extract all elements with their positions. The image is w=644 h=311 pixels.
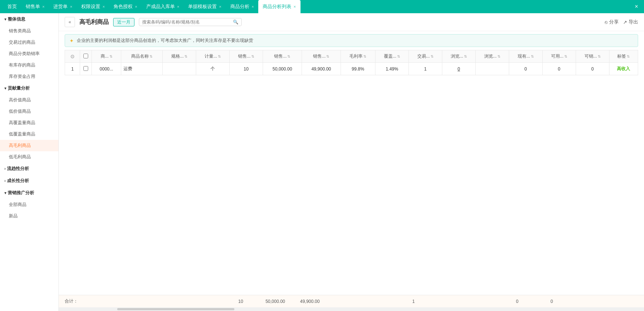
window-close-button[interactable]: × [632,3,641,10]
th-sellable[interactable]: 可销... ⇅ [576,50,609,63]
th-available[interactable]: 可用... ⇅ [542,50,576,63]
sidebar-group-marketing[interactable]: ▾ 营销推广分析 [0,187,58,199]
footer-sales-amount: 50,000.00 [258,299,292,304]
th-coverage[interactable]: 覆盖... ⇅ [375,50,409,63]
cell-sales-qty: 10 [230,63,263,75]
tab-role-auth[interactable]: 角色授权 × [109,0,141,13]
sidebar-item-sales-goods[interactable]: 销售类商品 [0,25,58,37]
chevron-down-icon: ▾ [4,17,6,21]
close-icon[interactable]: × [42,4,44,9]
sidebar-group-growth[interactable]: › 成长性分析 [0,175,58,187]
cell-current: 0 [509,63,542,75]
select-all-checkbox[interactable] [83,54,88,58]
tab-home[interactable]: 首页 [3,0,21,13]
close-icon[interactable]: × [219,4,221,9]
sidebar-item-low-coverage[interactable]: 低覆盖量商品 [0,129,58,140]
sidebar-item-stock-capital[interactable]: 库存资金占用 [0,71,58,82]
table-container[interactable]: ⚙ 商... ⇅ 商品名称 [59,50,644,295]
scrollbar-thumb[interactable] [117,308,234,310]
info-banner: ✦ 企业的主要的利润都是这部分商品创造的，可考虑加大推广，同时关注库存是不要出现… [65,34,638,47]
cell-browse1[interactable]: 0 [442,63,475,75]
sort-icon: ⇅ [109,54,112,58]
sidebar-item-low-value[interactable]: 低价值商品 [0,106,58,117]
cell-index: 1 [65,63,80,75]
th-code[interactable]: 商... ⇅ [92,50,121,63]
cell-sales-amount: 50,000.00 [263,63,302,75]
sidebar-item-all-goods[interactable]: 全部商品 [0,199,58,210]
tab-product-analysis-list[interactable]: 商品分析列表 × [258,0,300,13]
sidebar-item-high-coverage[interactable]: 高覆盖量商品 [0,117,58,129]
th-gross-rate[interactable]: 毛利率 ⇅ [341,50,375,63]
tab-permission-settings[interactable]: 权限设置 × [77,0,109,13]
close-icon[interactable]: × [70,4,72,9]
sort-icon: ⇅ [251,54,254,58]
th-sales-amount[interactable]: 销售... ⇅ [263,50,302,63]
content-header: « 高毛利商品 近一月 🔍 ⎋ 分享 ↗ 导出 [59,13,644,31]
cell-gross-rate: 99.8% [341,63,375,75]
sidebar-item-traded-goods[interactable]: 交易过的商品 [0,37,58,48]
th-tag[interactable]: 标签 ⇅ [609,50,638,63]
close-icon[interactable]: × [294,4,296,9]
sidebar-item-new-goods[interactable]: 新品 [0,210,58,222]
chevron-down-icon: ▾ [4,191,6,195]
cell-code: 0000... [92,63,121,75]
th-browse2[interactable]: 浏览... ⇅ [475,50,509,63]
search-input[interactable] [142,19,231,25]
chevron-down-icon: ▾ [4,86,6,90]
sidebar-group-trend[interactable]: › 流趋性分析 [0,163,58,175]
sidebar-item-high-value[interactable]: 高价值商品 [0,94,58,106]
cell-name[interactable]: 运费 [121,63,162,75]
close-icon[interactable]: × [102,4,105,9]
filter-period-button[interactable]: 近一月 [113,18,134,26]
header-actions: ⎋ 分享 ↗ 导出 [605,19,638,25]
sidebar-item-high-margin[interactable]: 高毛利商品 [0,140,58,151]
main-layout: ▾ 整体信息 销售类商品 交易过的商品 商品分类助销率 有库存的商品 库存资金占… [0,13,644,311]
export-button[interactable]: ↗ 导出 [623,19,638,25]
close-icon[interactable]: × [135,4,137,9]
row-checkbox[interactable] [83,66,88,71]
sort-icon: ⇅ [531,54,534,58]
search-box[interactable]: 🔍 [139,18,242,26]
table-footer: 合计： 10 50,000.00 49,900.00 1 0 0 [59,295,644,307]
th-name[interactable]: 商品名称 ⇅ [121,50,162,63]
cell-spec [163,63,196,75]
th-sales-profit[interactable]: 销售... ⇅ [302,50,341,63]
tab-template-settings[interactable]: 单据模板设置 × [184,0,226,13]
footer-cells: 10 50,000.00 49,900.00 1 0 0 [85,299,638,304]
th-transaction[interactable]: 交易... ⇅ [409,50,442,63]
share-button[interactable]: ⎋ 分享 [605,19,619,25]
footer-spacer4 [189,299,223,304]
cell-checkbox[interactable] [80,63,92,75]
th-checkbox[interactable] [80,50,92,63]
table-row[interactable]: 1 0000... 运费 个 10 50,000.00 49,900.00 99… [65,63,638,75]
sidebar-group-contribution[interactable]: ▾ 贡献量分析 [0,82,58,94]
th-sales-qty[interactable]: 销售... ⇅ [230,50,263,63]
close-icon[interactable]: × [177,4,179,9]
footer-spacer2 [120,299,154,304]
sort-icon: ⇅ [363,54,366,58]
th-current[interactable]: 现有... ⇅ [509,50,542,63]
footer-spacer9 [569,299,604,304]
sidebar-group-overall[interactable]: ▾ 整体信息 [0,13,58,25]
cell-sellable: 0 [576,63,609,75]
tab-product-analysis[interactable]: 商品分析 × [226,0,258,13]
tab-purchase-order[interactable]: 进货单 × [49,0,76,13]
sidebar-item-category-rate[interactable]: 商品分类助销率 [0,48,58,59]
share-icon: ⎋ [605,19,608,25]
th-settings[interactable]: ⚙ [65,50,80,63]
th-browse1[interactable]: 浏览... ⇅ [442,50,475,63]
gear-icon[interactable]: ⚙ [70,54,75,59]
tab-sales-order[interactable]: 销售单 × [21,0,49,13]
horizontal-scrollbar[interactable] [59,307,644,311]
search-icon[interactable]: 🔍 [233,19,238,25]
sidebar-item-in-stock[interactable]: 有库存的商品 [0,59,58,71]
th-unit[interactable]: 计量... ⇅ [196,50,230,63]
sort-icon: ⇅ [598,54,601,58]
chevron-right-icon: › [4,179,6,183]
page-title: 高毛利商品 [79,18,109,26]
th-spec[interactable]: 规格... ⇅ [163,50,196,63]
close-icon[interactable]: × [252,4,254,9]
sidebar-collapse-button[interactable]: « [65,17,75,27]
sidebar-item-low-margin[interactable]: 低毛利商品 [0,151,58,163]
tab-product-inbound[interactable]: 产成品入库单 × [142,0,184,13]
